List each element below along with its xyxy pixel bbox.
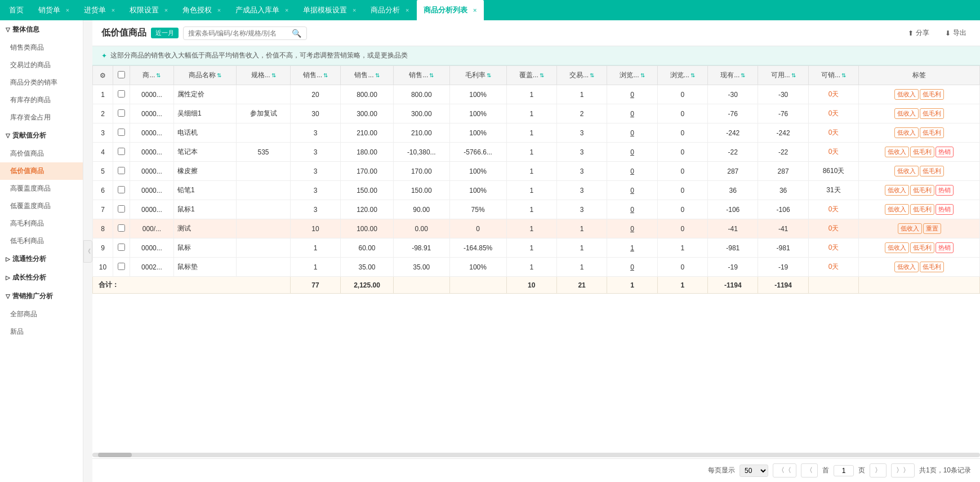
row-checkbox[interactable] (118, 129, 125, 136)
browse1-link[interactable]: 0 (630, 263, 634, 271)
sidebar-section-circulation[interactable]: ▷ 流通性分析 (0, 250, 83, 268)
nav-item-template[interactable]: 单据模板设置 × (296, 0, 363, 20)
sidebar-item-low-value[interactable]: 低价值商品 (0, 162, 83, 180)
table-wrapper[interactable]: ⚙ 商...⇅ 商品名称⇅ 规格...⇅ 销售...⇅ 销售...⇅ 销售...… (92, 65, 980, 453)
row-checkbox[interactable] (118, 186, 125, 193)
close-roles-icon[interactable]: × (217, 7, 221, 14)
sidebar-section-overall[interactable]: ▽ 整体信息 (0, 20, 83, 39)
browse1-link[interactable]: 0 (630, 129, 634, 137)
cell-checkbox[interactable] (113, 258, 130, 277)
page-input[interactable] (834, 465, 854, 476)
cell-browse1[interactable]: 0 (607, 143, 657, 162)
close-purchase-icon[interactable]: × (112, 7, 115, 14)
cell-browse1[interactable]: 0 (607, 123, 657, 143)
browse1-link[interactable]: 0 (630, 148, 634, 156)
cell-browse1[interactable]: 0 (607, 162, 657, 181)
last-page-btn[interactable]: 〉〉 (891, 463, 915, 477)
next-page-btn[interactable]: 〉 (870, 463, 887, 477)
nav-item-purchase[interactable]: 进货单 × (77, 0, 122, 20)
browse1-link[interactable]: 0 (630, 225, 634, 233)
time-filter-btn[interactable]: 近一月 (151, 28, 179, 38)
cell-browse1[interactable]: 0 (607, 181, 657, 200)
sidebar-item-traded-products[interactable]: 交易过的商品 (0, 56, 83, 74)
col-checkbox[interactable] (113, 66, 130, 85)
col-browse1[interactable]: 浏览...⇅ (607, 66, 657, 85)
cell-browse1[interactable]: 0 (607, 200, 657, 219)
col-browse2[interactable]: 浏览...⇅ (657, 66, 707, 85)
col-settings[interactable]: ⚙ (93, 66, 113, 85)
sidebar-section-growth[interactable]: ▷ 成长性分析 (0, 268, 83, 287)
col-current[interactable]: 现有...⇅ (708, 66, 758, 85)
close-sales-icon[interactable]: × (66, 7, 69, 14)
sidebar-item-high-margin[interactable]: 高毛利商品 (0, 215, 83, 232)
cell-checkbox[interactable] (113, 104, 130, 123)
cell-browse1[interactable]: 0 (607, 219, 657, 238)
sidebar-item-inventory-capital[interactable]: 库存资金占用 (0, 109, 83, 126)
browse1-link[interactable]: 0 (630, 187, 634, 194)
sidebar-collapse-btn[interactable]: 《 (83, 240, 92, 263)
sidebar-section-marketing[interactable]: ▽ 营销推广分析 (0, 287, 83, 306)
col-name[interactable]: 商品名称⇅ (173, 66, 236, 85)
cell-checkbox[interactable] (113, 123, 130, 143)
sidebar-item-high-coverage[interactable]: 高覆盖度商品 (0, 180, 83, 197)
nav-item-sales[interactable]: 销货单 × (32, 0, 76, 20)
col-sales-cost[interactable]: 销售...⇅ (393, 66, 449, 85)
close-product-in-icon[interactable]: × (285, 7, 288, 14)
sidebar-item-low-margin[interactable]: 低毛利商品 (0, 232, 83, 250)
col-gross-margin[interactable]: 毛利率⇅ (449, 66, 506, 85)
browse1-link[interactable]: 0 (630, 206, 634, 214)
nav-item-product-in[interactable]: 产成品入库单 × (229, 0, 295, 20)
cell-checkbox[interactable] (113, 143, 130, 162)
select-all-checkbox[interactable] (118, 71, 125, 78)
browse1-link[interactable]: 1 (630, 244, 634, 252)
col-code[interactable]: 商...⇅ (130, 66, 174, 85)
cell-browse1[interactable]: 0 (607, 258, 657, 277)
browse1-link[interactable]: 0 (630, 110, 634, 118)
share-btn[interactable]: ⬆ 分享 (903, 26, 934, 40)
row-checkbox[interactable] (118, 224, 125, 232)
sidebar-item-sales-products[interactable]: 销售类商品 (0, 39, 83, 56)
col-available[interactable]: 可用...⇅ (758, 66, 808, 85)
export-btn[interactable]: ⬇ 导出 (941, 26, 971, 40)
cell-checkbox[interactable] (113, 85, 130, 104)
cell-browse1[interactable]: 1 (607, 238, 657, 258)
nav-item-home[interactable]: 首页 (2, 0, 30, 20)
sidebar-item-low-coverage[interactable]: 低覆盖度商品 (0, 197, 83, 215)
col-trade-count[interactable]: 交易...⇅ (556, 66, 607, 85)
col-sellable[interactable]: 可销...⇅ (808, 66, 858, 85)
close-analysis-icon[interactable]: × (406, 7, 409, 14)
browse1-link[interactable]: 0 (630, 167, 634, 175)
cell-browse1[interactable]: 0 (607, 104, 657, 123)
browse1-link[interactable]: 0 (630, 91, 634, 99)
scroll-track[interactable] (92, 453, 980, 457)
cell-browse1[interactable]: 0 (607, 85, 657, 104)
col-sales-qty[interactable]: 销售...⇅ (290, 66, 340, 85)
per-page-select[interactable]: 50 100 200 (740, 465, 768, 477)
row-checkbox[interactable] (118, 148, 125, 155)
scroll-thumb[interactable] (98, 453, 132, 457)
col-spec[interactable]: 规格...⇅ (237, 66, 291, 85)
col-coverage[interactable]: 覆盖...⇅ (506, 66, 556, 85)
close-permissions-icon[interactable]: × (164, 7, 168, 14)
sidebar-item-new-products[interactable]: 新品 (0, 323, 83, 341)
sidebar-item-inventory-products[interactable]: 有库存的商品 (0, 91, 83, 109)
row-checkbox[interactable] (118, 244, 125, 251)
sidebar-item-high-value[interactable]: 高价值商品 (0, 145, 83, 162)
close-template-icon[interactable]: × (353, 7, 356, 14)
row-checkbox[interactable] (118, 205, 125, 213)
cell-checkbox[interactable] (113, 200, 130, 219)
cell-checkbox[interactable] (113, 181, 130, 200)
row-checkbox[interactable] (118, 109, 125, 117)
first-page-btn[interactable]: 〈〈 (773, 463, 796, 477)
cell-checkbox[interactable] (113, 162, 130, 181)
nav-item-analysis[interactable]: 商品分析 × (364, 0, 416, 20)
sidebar-item-all-products[interactable]: 全部商品 (0, 306, 83, 323)
search-input[interactable] (188, 29, 289, 37)
cell-checkbox[interactable] (113, 219, 130, 238)
nav-item-roles[interactable]: 角色授权 × (176, 0, 228, 20)
cell-checkbox[interactable] (113, 238, 130, 258)
sidebar-item-category-rate[interactable]: 商品分类的销率 (0, 74, 83, 91)
close-analysis-list-icon[interactable]: × (473, 7, 476, 14)
sidebar-section-contribution[interactable]: ▽ 贡献值分析 (0, 126, 83, 145)
prev-page-btn[interactable]: 〈 (801, 463, 818, 477)
